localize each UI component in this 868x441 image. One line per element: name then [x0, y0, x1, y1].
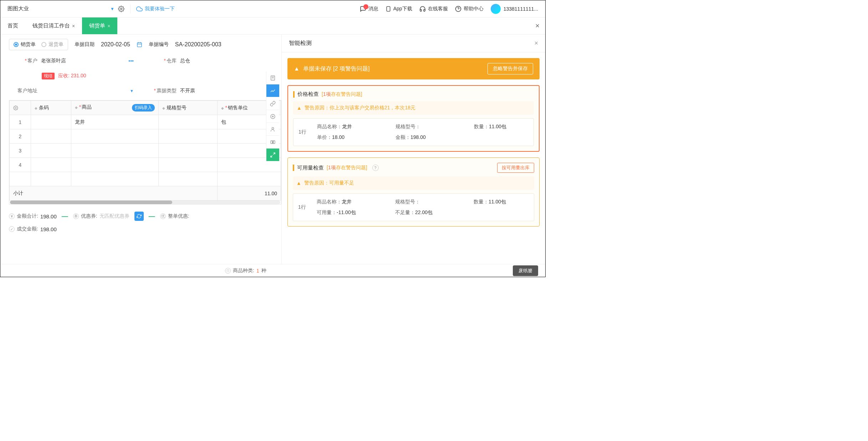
col-spec[interactable]: ◆规格型号 — [158, 101, 217, 115]
amount-total: ¥ 金额合计: 198.00 — [9, 213, 57, 219]
warehouse-field[interactable]: *仓库 总仓 — [148, 55, 223, 67]
warehouse-value: 总仓 — [180, 58, 190, 64]
tab-sales-order-label: 销货单 — [89, 22, 105, 29]
note-icon[interactable] — [266, 72, 279, 84]
app-download-button[interactable]: App下载 — [386, 6, 412, 12]
product-kinds-summary: □ 商品种类: 1 种 — [225, 268, 266, 274]
online-service-button[interactable]: 在线客服 — [419, 6, 448, 12]
avatar[interactable] — [491, 4, 501, 14]
order-type-radio-group: 销货单 退货单 — [9, 39, 68, 50]
tab-sales-order[interactable]: 销货单× — [82, 17, 117, 34]
table-settings-button[interactable] — [10, 101, 31, 115]
deal-value: 198.00 — [40, 226, 57, 232]
close-all-tabs-button[interactable]: × — [530, 22, 545, 30]
chevron-down-icon: ▼ — [130, 89, 134, 93]
money-icon[interactable]: ¥ — [266, 136, 279, 149]
online-service-label: 在线客服 — [428, 6, 448, 12]
subtotal-row: 小计11.00 — [10, 186, 281, 201]
price-check-section: 价格检查 [1项存在警告问题] ▲ 警告原因：你上次与该客户交易价格21，本次1… — [287, 85, 540, 152]
more-icon[interactable]: ••• — [128, 58, 134, 64]
invoice-value: 不开票 — [180, 88, 195, 94]
panel-title: 智能检测 — [289, 40, 312, 47]
chart-icon[interactable] — [266, 84, 279, 97]
coupon-icon: 券 — [73, 213, 79, 219]
table-row[interactable] — [10, 172, 281, 186]
customer-label: 客户 — [27, 58, 37, 63]
subtotal-label: 小计 — [10, 186, 218, 201]
swap-icon[interactable] — [266, 110, 279, 123]
stock-warning-reason: ▲ 警告原因：可用量不足 — [293, 176, 534, 190]
stock-check-title: 可用量检查 — [297, 165, 324, 171]
try-experience-label: 我要体验一下 — [145, 6, 175, 12]
trash-button[interactable]: 废纸篓 — [513, 265, 538, 276]
radio-return-order[interactable]: 退货单 — [41, 41, 63, 48]
ignore-save-button[interactable]: 忽略警告并保存 — [487, 63, 533, 74]
customer-address-field[interactable]: 客户地址 ▼ — [9, 85, 134, 97]
table-row[interactable]: 4 — [10, 158, 281, 172]
receivable-label: 应收: — [58, 73, 70, 78]
col-product[interactable]: ◆*商品扫码录入 — [71, 101, 158, 115]
app-header: 图图大业 ▼ 我要体验一下 … 消息 App下载 在线客服 — [0, 0, 545, 17]
stock-detail-box: 1行 商品名称：龙井 规格型号： 数量：11.00包 可用量：-11.00包 不… — [293, 193, 534, 221]
horizontal-scrollbar[interactable] — [10, 201, 280, 204]
messages-button[interactable]: … 消息 — [360, 6, 378, 12]
kinds-label: 商品种类: — [233, 268, 254, 274]
try-experience-link[interactable]: 我要体验一下 — [136, 6, 175, 12]
close-icon[interactable]: × — [72, 23, 75, 29]
close-panel-button[interactable]: × — [534, 40, 538, 47]
radio-return-label: 退货单 — [48, 41, 63, 48]
doc-no-value: SA-20200205-003 — [175, 41, 221, 48]
tab-home[interactable]: 首页 — [0, 17, 25, 34]
price-check-count: [1项存在警告问题] — [322, 91, 362, 98]
customer-field[interactable]: *客户 老张茶叶店••• — [9, 55, 134, 67]
expand-icon[interactable] — [266, 149, 279, 161]
invoice-type-field[interactable]: *票据类型 不开票 — [148, 85, 223, 97]
minus-icon: — — [62, 213, 68, 220]
tab-home-label: 首页 — [7, 22, 18, 29]
radio-icon — [41, 42, 46, 47]
box-icon: □ — [225, 268, 231, 274]
yen-icon: ¥ — [9, 213, 15, 219]
row-label: 1行 — [298, 124, 311, 141]
radio-icon — [14, 42, 19, 47]
company-selector[interactable]: 图图大业 ▼ — [7, 5, 114, 12]
amount-value: 198.00 — [40, 213, 57, 219]
notification-badge: … — [363, 4, 368, 9]
coupon-label: 优惠券: — [81, 213, 97, 219]
help-center-button[interactable]: 帮助中心 — [455, 6, 484, 12]
divider — [130, 5, 131, 13]
banner-text: 单据未保存 [2 项警告问题] — [303, 65, 370, 73]
help-icon[interactable]: ? — [372, 165, 379, 171]
refresh-coupon-button[interactable] — [134, 212, 144, 221]
date-value[interactable]: 2020-02-05 — [101, 41, 130, 48]
col-barcode[interactable]: ◆条码 — [31, 101, 71, 115]
radio-sales-order[interactable]: 销货单 — [14, 41, 36, 48]
user-icon[interactable] — [266, 123, 279, 136]
username-label[interactable]: 13381111111... — [504, 6, 538, 12]
doc-no-label: 单据编号 — [149, 41, 169, 48]
table-row[interactable]: 2 — [10, 129, 281, 144]
svg-rect-1 — [387, 6, 390, 11]
order-discount-label: 整单优惠: — [168, 213, 189, 219]
table-row[interactable]: 1龙井包 — [10, 115, 281, 129]
svg-point-0 — [121, 8, 122, 10]
svg-line-18 — [271, 155, 272, 157]
price-detail-box: 1行 商品名称：龙井 规格型号： 数量：11.00包 单价：18.00 金额：1… — [293, 118, 534, 146]
invoice-label: 票据类型 — [157, 88, 177, 93]
coupon-field[interactable]: 券 优惠券: 无匹配优惠券 — [73, 213, 129, 219]
calendar-icon[interactable] — [137, 42, 142, 47]
cell-product[interactable]: 龙井 — [71, 115, 158, 129]
close-icon[interactable]: × — [107, 23, 110, 29]
cloud-icon — [136, 6, 143, 12]
warehouse-label: 仓库 — [167, 58, 177, 63]
radio-sales-label: 销货单 — [21, 41, 36, 48]
table-row[interactable]: 3 — [10, 144, 281, 158]
tab-workbench[interactable]: 钱货日清工作台× — [25, 17, 82, 34]
scan-input-button[interactable]: 扫码录入 — [132, 104, 155, 111]
output-by-available-button[interactable]: 按可用量出库 — [497, 163, 534, 173]
help-icon — [455, 6, 461, 12]
sales-order-form: 销货单 退货单 单据日期 2020-02-05 单据编号 SA-20200205… — [0, 35, 281, 277]
gear-icon[interactable] — [118, 6, 124, 12]
order-discount-field[interactable]: 优 整单优惠: — [160, 213, 189, 219]
link-icon[interactable] — [266, 97, 279, 110]
